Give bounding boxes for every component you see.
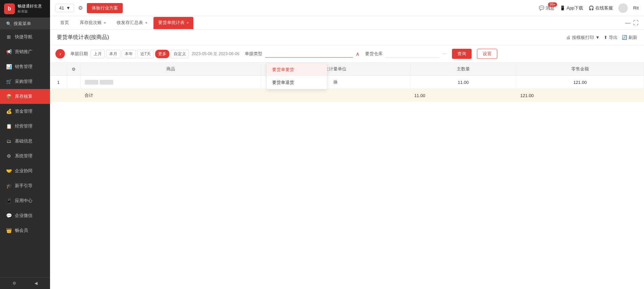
table-row: 1 块 11.00 121.00 xyxy=(50,76,644,89)
print-dropdown-icon: ▼ xyxy=(595,35,600,40)
refresh-label: 刷新 xyxy=(628,35,637,41)
date-btn-custom[interactable]: 自定义 xyxy=(171,50,189,58)
tab-batch-account[interactable]: 库存批次账 × xyxy=(75,17,111,29)
message-badge: 99+ xyxy=(548,2,557,7)
print-label: 按模板打印 xyxy=(572,35,594,41)
tab-order-stats-label: 要货单统计表 xyxy=(158,20,185,26)
tab-actions: — ⛶ xyxy=(625,20,639,26)
row-amount: 121.00 xyxy=(516,76,644,89)
date-btn-group: 上月 本月 本年 近7天 更多 自定义 xyxy=(91,50,189,58)
summary-row: 合计 11.00 121.00 xyxy=(50,89,644,102)
sidebar-logo: b 畅捷通好生意 标准版 xyxy=(0,0,50,18)
page-title: 要货单统计表(按商品) xyxy=(57,34,109,41)
filter-expand-btn[interactable]: › xyxy=(55,49,65,59)
sidebar-item-label: 资金管理 xyxy=(15,108,32,114)
sidebar-item-label: 企业协同 xyxy=(15,168,32,174)
tab-batch-account-label: 库存批次账 xyxy=(80,20,102,26)
date-btn-last-month[interactable]: 上月 xyxy=(91,50,105,58)
tab-order-stats[interactable]: 要货单统计表 × xyxy=(153,17,193,29)
message-btn[interactable]: 💬 消息 99+ xyxy=(539,5,554,11)
sidebar-item-system[interactable]: ⚙ 系统管理 xyxy=(0,149,50,163)
tab-collect-summary[interactable]: 收发存汇总表 × xyxy=(112,17,152,29)
tab-collect-summary-close[interactable]: × xyxy=(145,21,147,25)
marketing-icon: 📢 xyxy=(5,48,12,55)
product-cell xyxy=(85,80,257,85)
inventory-icon: 📦 xyxy=(5,93,12,100)
tab-maximize-btn[interactable]: ⛶ xyxy=(633,20,639,26)
warehouse-filter-input[interactable] xyxy=(385,50,439,58)
topbar: 41 ▼ ⚙ 体验行业方案 💬 消息 99+ 📱 App下载 🎧 在线客服 Ri… xyxy=(50,0,644,16)
industry-btn[interactable]: 体验行业方案 xyxy=(87,3,123,13)
avatar[interactable] xyxy=(618,3,628,13)
topbar-gear-icon[interactable]: ⚙ xyxy=(78,5,83,11)
sidebar-item-enterprise[interactable]: 🤝 企业协同 xyxy=(0,163,50,178)
sidebar-item-marketing[interactable]: 📢 营销推广 xyxy=(0,44,50,59)
basic-icon: 🗂 xyxy=(5,138,12,144)
sidebar-item-vip[interactable]: 👑 畅会员 xyxy=(0,223,50,238)
app-download-btn[interactable]: 📱 App下载 xyxy=(560,5,583,11)
app-icon: 📱 xyxy=(5,197,12,204)
store-selector[interactable]: 41 ▼ xyxy=(55,4,74,12)
finance-icon: 💰 xyxy=(5,108,12,115)
print-btn[interactable]: 🖨 按模板打印 ▼ xyxy=(566,35,600,41)
vip-icon: 👑 xyxy=(5,227,12,234)
row-actions xyxy=(67,76,80,89)
row-quantity: 11.00 xyxy=(410,76,516,89)
more-filter-btn[interactable]: ··· xyxy=(442,51,447,57)
sidebar-item-operations[interactable]: 📋 经营管理 xyxy=(0,119,50,134)
print-icon: 🖨 xyxy=(566,35,571,40)
col-amount-header: 零售金额 xyxy=(516,63,644,76)
sidebar-item-basic[interactable]: 🗂 基础信息 xyxy=(0,134,50,149)
sidebar-search[interactable]: 🔍 搜索菜单 xyxy=(0,18,50,29)
col-settings-header[interactable]: ⚙ xyxy=(67,63,80,76)
online-service-btn[interactable]: 🎧 在线客服 xyxy=(589,5,613,11)
type-filter-group: 单据类型 ∧ xyxy=(245,50,360,58)
logo-sub: 标准版 xyxy=(18,9,42,14)
sidebar-item-label: 基础信息 xyxy=(15,138,32,144)
sidebar-item-purchase[interactable]: 🛒 采购管理 xyxy=(0,74,50,89)
sidebar-item-inventory[interactable]: 📦 库存核算 xyxy=(0,89,50,104)
table-container: ⚙ 商品 主计量单位 主数量 零售金额 1 xyxy=(50,63,644,289)
topbar-left: 41 ▼ ⚙ 体验行业方案 xyxy=(55,3,539,13)
sidebar-item-app[interactable]: 📱 应用中心 xyxy=(0,193,50,208)
date-btn-this-month[interactable]: 本月 xyxy=(106,50,120,58)
message-icon: 💬 xyxy=(539,5,544,10)
tab-minimize-btn[interactable]: — xyxy=(625,20,630,26)
export-btn[interactable]: ⬆ 导出 xyxy=(604,35,618,41)
tab-order-stats-close[interactable]: × xyxy=(187,21,189,25)
tab-home[interactable]: 首页 xyxy=(55,17,74,29)
wechat-icon: 💬 xyxy=(5,212,12,219)
topbar-right: 💬 消息 99+ 📱 App下载 🎧 在线客服 Rit xyxy=(539,3,639,13)
sidebar-item-guide[interactable]: 🎓 新手引导 xyxy=(0,178,50,193)
store-name: 41 xyxy=(59,5,64,10)
app-download-label: App下载 xyxy=(567,5,583,11)
dropdown-item-order-return[interactable]: 要货单退货 xyxy=(267,76,327,89)
sidebar-item-finance[interactable]: 💰 资金管理 xyxy=(0,104,50,119)
row-num: 1 xyxy=(50,76,67,89)
date-btn-more[interactable]: 更多 xyxy=(155,50,169,58)
sales-icon: 📊 xyxy=(5,63,12,70)
refresh-btn[interactable]: 🔄 刷新 xyxy=(622,35,637,41)
date-btn-7days[interactable]: 近7天 xyxy=(137,50,154,58)
sidebar-item-sales[interactable]: 📊 销售管理 xyxy=(0,59,50,74)
operations-icon: 📋 xyxy=(5,123,12,130)
query-btn[interactable]: 查询 xyxy=(452,49,472,59)
sidebar-item-quick-nav[interactable]: ⊞ 快捷导航 xyxy=(0,29,50,44)
date-btn-this-year[interactable]: 本年 xyxy=(122,50,136,58)
system-icon: ⚙ xyxy=(5,153,12,159)
collapse-sidebar-btn[interactable]: ◀ xyxy=(34,281,38,286)
page-header-actions: 🖨 按模板打印 ▼ ⬆ 导出 🔄 刷新 xyxy=(566,35,637,41)
type-filter-label: 单据类型 xyxy=(245,51,262,57)
sidebar-item-label: 应用中心 xyxy=(15,198,32,204)
settings-icon[interactable]: ⚙ xyxy=(13,281,16,286)
settings-btn[interactable]: 设置 xyxy=(477,49,497,59)
type-dropdown-toggle[interactable]: ∧ xyxy=(356,51,360,57)
service-icon: 🎧 xyxy=(589,5,594,10)
dropdown-item-order-goods[interactable]: 要货单要货 xyxy=(267,63,327,76)
warehouse-filter-label: 要货仓库 xyxy=(365,51,383,57)
col-num-header xyxy=(50,63,67,76)
sidebar-item-wechat[interactable]: 💬 企业微信 xyxy=(0,208,50,223)
tab-batch-account-close[interactable]: × xyxy=(104,21,106,25)
refresh-icon: 🔄 xyxy=(622,35,627,40)
type-filter-input[interactable] xyxy=(265,50,353,58)
